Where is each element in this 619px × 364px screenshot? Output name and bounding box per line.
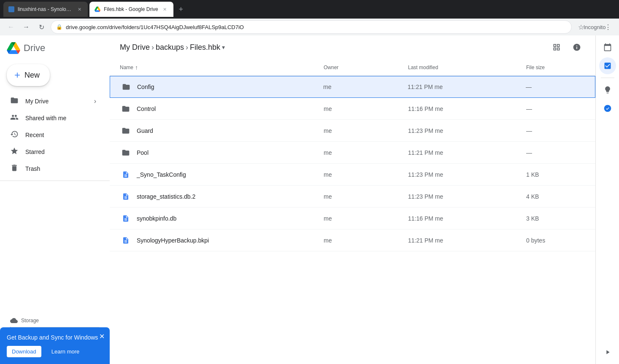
sidebar-item-starred[interactable]: Starred [0,143,103,160]
file-owner: me [323,84,408,90]
file-rows-container: Config me 11:21 PM me — Control me 11:16… [110,76,595,251]
file-size: — [526,127,585,134]
file-modified: 11:21 PM me [408,149,526,156]
browser-actions: ☆ Incognito ⋮ [575,21,614,33]
col-size-label: File size [526,65,545,70]
table-row[interactable]: Config me 11:21 PM me — [110,76,595,98]
file-size: 0 bytes [526,237,585,244]
file-modified: 11:23 PM me [408,171,526,178]
file-name: Pool [137,149,149,156]
sidebar-item-my-drive[interactable]: My Drive › [0,93,103,110]
grid-view-button[interactable] [548,39,565,56]
notification-close-button[interactable]: ✕ [99,332,105,340]
sidebar-item-recent[interactable]: Recent [0,127,103,143]
file-name: SynologyHyperBackup.bkpi [137,237,209,244]
file-icon [120,81,132,93]
main-area: My Drive › backups › Files.hbk ▾ [110,35,595,364]
file-modified: 11:23 PM me [408,193,526,200]
col-header-owner[interactable]: Owner [324,65,408,70]
file-modified: 11:16 PM me [408,105,526,112]
breadcrumb-arrow-1: › [151,43,154,52]
tasks-button[interactable] [599,57,616,74]
edit-button[interactable] [599,100,616,117]
sidebar-item-shared[interactable]: Shared with me [0,110,103,127]
file-name-cell: storage_statistics.db.2 [120,191,324,202]
new-button[interactable]: + New [7,64,50,86]
col-header-size[interactable]: File size [526,65,585,70]
tab-favicon-nas [8,6,14,12]
breadcrumb-arrow-2: › [186,43,188,52]
more-button[interactable]: ⋮ [602,21,614,33]
browser-controls: ← → ↻ 🔒 drive.google.com/drive/folders/1… [0,19,619,35]
tab-nas[interactable]: linuxhint-nas - Synology NAS ✕ [3,2,88,17]
file-icon [120,125,132,137]
tab-close-drive[interactable]: ✕ [162,6,168,13]
table-row[interactable]: storage_statistics.db.2 me 11:23 PM me 4… [110,186,595,208]
address-text: drive.google.com/drive/folders/1Uc47HSQ4… [66,24,566,30]
file-modified: 11:21 PM me [408,237,526,244]
file-list: Name ↑ Owner Last modified File size Con… [110,59,595,364]
learn-more-button[interactable]: Learn more [46,346,84,357]
address-bar[interactable]: 🔒 drive.google.com/drive/folders/1Uc47HS… [51,20,572,34]
tab-favicon-drive [95,6,100,12]
sidebar-item-trash[interactable]: Trash [0,160,103,177]
tab-title-drive: Files.hbk - Google Drive [104,6,158,12]
reload-button[interactable]: ↻ [35,21,47,33]
sidebar-label-shared: Shared with me [25,115,66,121]
col-modified-label: Last modified [408,65,438,70]
table-row[interactable]: Pool me 11:21 PM me — [110,142,595,164]
breadcrumb-root[interactable]: My Drive [120,43,150,52]
forward-button[interactable]: → [20,21,32,33]
back-button[interactable]: ← [5,21,17,33]
browser-chrome: linuxhint-nas - Synology NAS ✕ Files.hbk… [0,0,619,19]
keep-button[interactable] [599,81,616,98]
sidebar: Drive + New My Drive › Shared with [0,35,110,364]
breadcrumb-current-text: Files.hbk [190,43,220,52]
new-plus-icon: + [14,70,20,80]
file-owner: me [324,127,408,134]
file-name: Guard [137,127,153,134]
sidebar-label-starred: Starred [25,148,45,155]
tab-title-nas: linuxhint-nas - Synology NAS [18,6,73,12]
notification-title: Get Backup and Sync for Windows [7,334,103,341]
file-name: Control [137,105,156,112]
info-button[interactable] [568,39,585,56]
profile-button[interactable]: Incognito [589,21,600,33]
file-size: 1 KB [526,171,585,178]
breadcrumb-current: Files.hbk ▾ [190,43,225,52]
file-size: — [526,84,585,90]
new-button-container: + New [7,64,103,86]
new-tab-button[interactable]: + [175,3,187,15]
table-row[interactable]: Guard me 11:23 PM me — [110,120,595,142]
file-owner: me [324,149,408,156]
table-row[interactable]: SynologyHyperBackup.bkpi me 11:21 PM me … [110,229,595,251]
calendar-button[interactable] [599,39,616,56]
breadcrumb-middle[interactable]: backups [156,43,184,52]
expand-panel-button[interactable] [599,344,616,361]
notification-bar: ✕ Get Backup and Sync for Windows Downlo… [0,327,110,364]
file-name: _Syno_TaskConfig [137,171,186,178]
svg-point-0 [604,105,611,112]
main-header-actions [548,39,585,56]
file-owner: me [324,215,408,222]
main-header: My Drive › backups › Files.hbk ▾ [110,35,595,59]
right-panel [595,35,619,364]
drive-logo: Drive [0,39,110,61]
file-modified: 11:23 PM me [408,127,526,134]
download-button[interactable]: Download [7,346,41,357]
table-row[interactable]: _Syno_TaskConfig me 11:23 PM me 1 KB [110,164,595,186]
tab-drive[interactable]: Files.hbk - Google Drive ✕ [89,2,173,17]
starred-icon [10,147,19,157]
app: Drive + New My Drive › Shared with [0,35,619,364]
table-row[interactable]: Control me 11:16 PM me — [110,98,595,120]
file-name-cell: Config [120,81,323,93]
tab-close-nas[interactable]: ✕ [76,6,83,13]
table-row[interactable]: synobkpinfo.db me 11:16 PM me 3 KB [110,208,595,229]
lock-icon: 🔒 [56,24,62,30]
file-name-cell: Guard [120,125,324,137]
col-header-modified[interactable]: Last modified [408,65,526,70]
folder-menu-chevron-icon[interactable]: ▾ [222,44,225,51]
sidebar-label-my-drive: My Drive [25,98,49,105]
col-header-name[interactable]: Name ↑ [120,64,324,71]
file-name: Config [137,84,154,90]
